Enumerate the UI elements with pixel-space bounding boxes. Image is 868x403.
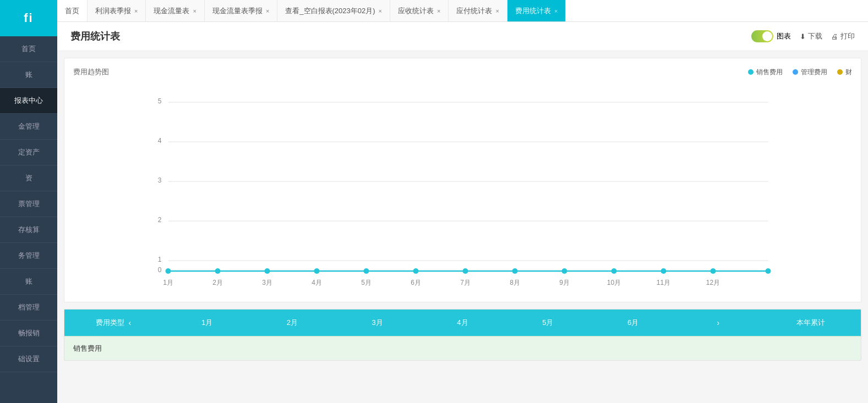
expense-table: 费用类型 ‹ 1月 2月 3月 4月 5月 6月 › 本年累计 销售费用 [64,309,861,361]
sidebar-item-inventory[interactable]: 存核算 [0,217,57,243]
tab-close-cashflow[interactable]: × [193,8,196,14]
svg-text:0: 0 [158,266,162,274]
chart-legend: 销售费用 管理费用 财 [748,68,852,77]
th-year-total: 本年累计 [761,318,861,328]
legend-dot-sales [748,69,754,75]
th-m3: 3月 [335,318,420,328]
svg-text:5: 5 [158,97,162,105]
download-icon: ⬇ [800,32,806,41]
table-row: 销售费用 [64,336,861,360]
svg-point-17 [413,268,419,274]
legend-label-mgmt: 管理费用 [801,68,827,77]
th-m2: 2月 [250,318,335,328]
sidebar-item-sale[interactable]: 畅报销 [0,321,57,346]
th-next-arrow[interactable]: › [675,318,761,327]
legend-dot-finance [837,69,843,75]
chart-container: 费用趋势图 销售费用 管理费用 财 [64,58,861,302]
tab-close-expense[interactable]: × [554,8,558,14]
svg-text:2月: 2月 [212,279,223,286]
svg-point-21 [612,268,617,274]
svg-text:10月: 10月 [607,279,621,286]
sidebar-item-account[interactable]: 账 [0,62,57,88]
svg-point-19 [512,268,518,274]
svg-point-13 [215,268,221,274]
page-title: 费用统计表 [70,30,120,43]
sidebar-item-file-mgmt[interactable]: 档管理 [0,295,57,321]
svg-point-16 [364,268,369,274]
chart-toggle[interactable]: 图表 [751,30,791,42]
tab-cashflow-season[interactable]: 现金流量表季报 × [205,0,277,22]
svg-text:11月: 11月 [657,279,670,286]
legend-finance-expense: 财 [837,68,852,77]
svg-text:7月: 7月 [460,279,471,286]
tab-view-blank[interactable]: 查看_空白报表(2023年02月) × [277,0,390,22]
tab-payable[interactable]: 应付统计表 × [449,0,507,22]
th-m4: 4月 [420,318,505,328]
toggle-track[interactable] [751,30,773,42]
tab-profit-season[interactable]: 利润表季报 × [88,0,146,22]
sidebar-item-home[interactable]: 首页 [0,36,57,62]
tab-home[interactable]: 首页 [57,0,88,22]
td-type: 销售费用 [64,344,167,354]
table-next-arrow[interactable]: › [714,318,722,327]
svg-text:2: 2 [158,216,162,224]
tab-cashflow[interactable]: 现金流量表 × [146,0,204,22]
tab-close-payable[interactable]: × [495,8,499,14]
sidebar: fi 首页 账 报表中心 金管理 定资产 资 票管理 存核算 务管理 账 档管理… [0,0,57,403]
th-type: 费用类型 ‹ [64,318,165,328]
page-content: 费用统计表 图表 ⬇ 下载 🖨 打印 [57,22,868,403]
legend-sales-expense: 销售费用 [748,68,783,77]
sidebar-item-invoice[interactable]: 票管理 [0,191,57,217]
sidebar-item-ledger[interactable]: 账 [0,269,57,295]
tab-close-receivable[interactable]: × [437,8,440,14]
svg-text:9月: 9月 [559,279,570,286]
svg-point-18 [463,268,468,274]
toggle-label: 图表 [777,31,791,41]
chart-title: 费用趋势图 [73,67,109,77]
sidebar-item-service[interactable]: 务管理 [0,243,57,269]
th-m6: 6月 [591,318,676,328]
main-area: 首页 利润表季报 × 现金流量表 × 现金流量表季报 × 查看_空白报表(202… [57,0,868,403]
tab-bar: 首页 利润表季报 × 现金流量表 × 现金流量表季报 × 查看_空白报表(202… [57,0,868,22]
chart-svg: 5 4 3 2 1 0 [73,82,852,291]
tab-close-view-blank[interactable]: × [379,8,382,14]
header-actions: 图表 ⬇ 下载 🖨 打印 [751,30,855,42]
tab-close-profit-season[interactable]: × [134,8,138,14]
chart-header: 费用趋势图 销售费用 管理费用 财 [73,67,852,77]
th-m5: 5月 [505,318,591,328]
svg-text:12月: 12月 [706,279,720,286]
sidebar-item-fund-mgmt[interactable]: 金管理 [0,114,57,140]
svg-point-23 [711,268,716,274]
chart-svg-wrapper: 5 4 3 2 1 0 [73,82,852,293]
sidebar-item-settings[interactable]: 础设置 [0,346,57,372]
sidebar-item-fixed-assets[interactable]: 定资产 [0,140,57,165]
svg-point-22 [661,268,667,274]
svg-point-12 [166,268,171,274]
svg-text:3月: 3月 [262,279,272,286]
tab-close-cashflow-season[interactable]: × [266,8,269,14]
th-m1: 1月 [165,318,250,328]
tab-receivable[interactable]: 应收统计表 × [390,0,449,22]
legend-label-sales: 销售费用 [756,68,783,77]
svg-text:1: 1 [158,256,162,263]
sidebar-item-report-center[interactable]: 报表中心 [0,88,57,114]
print-icon: 🖨 [831,32,838,41]
tab-expense[interactable]: 费用统计表 × [507,0,566,22]
svg-text:4: 4 [158,137,162,145]
svg-point-20 [562,268,567,274]
legend-dot-mgmt [793,69,798,75]
table-header-row: 费用类型 ‹ 1月 2月 3月 4月 5月 6月 › 本年累计 [64,310,861,336]
legend-mgmt-expense: 管理费用 [793,68,827,77]
svg-text:4月: 4月 [312,279,322,286]
svg-point-15 [314,268,320,274]
table-prev-arrow[interactable]: ‹ [127,318,134,327]
legend-label-finance: 财 [845,68,852,77]
sidebar-logo: fi [0,0,57,36]
svg-text:3: 3 [158,176,162,184]
download-button[interactable]: ⬇ 下载 [800,31,822,41]
print-button[interactable]: 🖨 打印 [831,31,855,41]
svg-point-24 [766,268,771,274]
sidebar-item-hr[interactable]: 资 [0,165,57,191]
toggle-thumb [762,31,772,41]
page-header: 费用统计表 图表 ⬇ 下载 🖨 打印 [57,22,868,51]
